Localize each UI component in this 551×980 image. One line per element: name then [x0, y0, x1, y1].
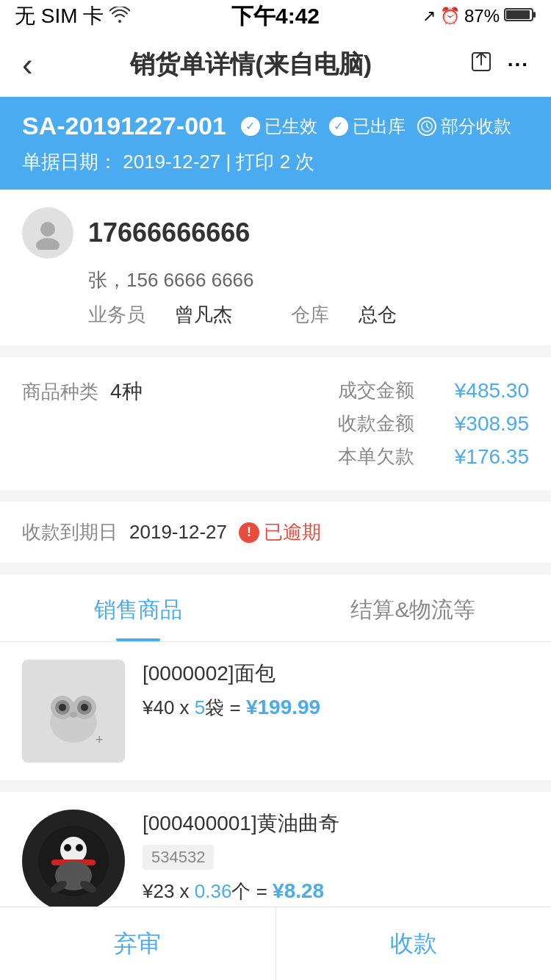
amount-label: 成交金额 [338, 378, 414, 403]
cancel-button[interactable]: 弃审 [0, 907, 276, 980]
unit-2: 个 [231, 880, 251, 902]
product-info-2: [000400001]黄油曲奇 534532 ¥23 x 0.36个 = ¥8.… [143, 810, 529, 904]
sep-1: = [224, 696, 246, 718]
product-item-1: + [0000002]面包 ¥40 x 5袋 = ¥199.99 [0, 642, 551, 780]
tab-sales-products[interactable]: 销售商品 [0, 574, 276, 641]
print-count: 2 [280, 151, 290, 173]
status-right: ↗ ⏰ 87% [422, 5, 536, 28]
svg-point-13 [81, 704, 88, 711]
product-name-2: [000400001]黄油曲奇 [143, 810, 529, 837]
badge-effected: ✓ 已生效 [241, 115, 317, 138]
salesperson-label: 业务员 [88, 302, 145, 328]
amount-row: 成交金额 ¥485.30 [338, 378, 529, 403]
badge-shipped: ✓ 已出库 [329, 115, 406, 138]
battery-icon [504, 5, 536, 28]
svg-text:+: + [96, 732, 104, 747]
bottom-bar: 弃审 收款 [0, 907, 551, 980]
header-date-row: 单据日期： 2019-12-27 | 打印 2 次 [22, 149, 529, 175]
status-bar: 无 SIM 卡 下午4:42 ↗ ⏰ 87% [0, 0, 551, 32]
date-label: 单据日期： [22, 151, 118, 173]
carrier-text: 无 SIM 卡 [15, 2, 104, 30]
print-label: | 打印 [226, 151, 274, 173]
badge-partial: 部分收款 [417, 115, 511, 138]
tabs-section: 销售商品 结算&物流等 [0, 574, 551, 642]
product-price-row-2: ¥23 x 0.36个 = ¥8.28 [143, 879, 529, 904]
svg-point-21 [76, 844, 83, 851]
svg-point-20 [64, 844, 71, 851]
sep-2: = [251, 880, 273, 902]
customer-contact: 张，156 6666 6666 [88, 267, 529, 293]
stats-left: 商品种类 4种 [22, 378, 143, 406]
alarm-icon: ⏰ [440, 7, 460, 26]
product-image-2 [22, 810, 125, 912]
svg-point-12 [59, 704, 66, 711]
check-icon-2: ✓ [329, 117, 348, 136]
total-1: ¥199.99 [246, 696, 320, 718]
status-badges: ✓ 已生效 ✓ 已出库 部分收款 [241, 115, 511, 138]
total-2: ¥8.28 [273, 879, 324, 902]
product-info-1: [0000002]面包 ¥40 x 5袋 = ¥199.99 [143, 660, 529, 721]
order-date: 2019-12-27 [123, 151, 220, 173]
svg-point-14 [70, 712, 77, 718]
product-image-1: + [22, 660, 125, 763]
overdue-text: 已逾期 [264, 519, 321, 545]
debt-value: ¥176.35 [426, 445, 529, 469]
due-label: 收款到期日 [22, 519, 118, 545]
product-name-1: [0000002]面包 [143, 660, 529, 688]
product-list: + [0000002]面包 ¥40 x 5袋 = ¥199.99 [0, 642, 551, 930]
product-price-row-1: ¥40 x 5袋 = ¥199.99 [143, 695, 529, 721]
header-top: SA-20191227-001 ✓ 已生效 ✓ 已出库 部分收款 [22, 112, 529, 140]
customer-info-row: 业务员 曾凡杰 仓库 总仓 [88, 302, 529, 328]
customer-row: 17666666666 [22, 207, 529, 259]
warehouse-label: 仓库 [291, 302, 329, 328]
svg-rect-1 [506, 10, 530, 19]
stats-section: 商品种类 4种 成交金额 ¥485.30 收款金额 ¥308.95 本单欠款 ¥… [0, 357, 551, 490]
status-carrier: 无 SIM 卡 [15, 2, 130, 30]
qty-2: 0.36 [195, 880, 232, 902]
category-label: 商品种类 [22, 379, 98, 405]
back-button[interactable]: ‹ [22, 46, 33, 83]
received-label: 收款金额 [338, 411, 414, 436]
share-icon[interactable] [469, 50, 493, 79]
received-row: 收款金额 ¥308.95 [338, 411, 529, 436]
nav-actions: ··· [469, 50, 529, 79]
check-icon-1: ✓ [241, 117, 260, 136]
more-icon[interactable]: ··· [508, 53, 529, 76]
overdue-badge: ! 已逾期 [239, 519, 321, 545]
stats-right: 成交金额 ¥485.30 收款金额 ¥308.95 本单欠款 ¥176.35 [338, 378, 529, 469]
order-id: SA-20191227-001 [22, 112, 226, 140]
salesperson-value: 曾凡杰 [175, 302, 232, 328]
product-sku-2: 534532 [143, 845, 214, 870]
qty-1: 5 [195, 696, 205, 718]
print-suffix: 次 [295, 151, 314, 173]
warehouse-value: 总仓 [359, 302, 397, 328]
wifi-icon [109, 4, 130, 28]
location-icon: ↗ [422, 7, 436, 26]
avatar [22, 207, 73, 259]
svg-point-6 [36, 238, 60, 250]
received-value: ¥308.95 [426, 412, 529, 436]
due-section: 收款到期日 2019-12-27 ! 已逾期 [0, 502, 551, 563]
overdue-icon: ! [239, 522, 259, 543]
customer-section: 17666666666 张，156 6666 6666 业务员 曾凡杰 仓库 总… [0, 190, 551, 345]
nav-bar: ‹ 销货单详情(来自电脑) ··· [0, 32, 551, 97]
svg-point-5 [40, 222, 55, 237]
page-title: 销货单详情(来自电脑) [130, 48, 372, 82]
status-time: 下午4:42 [231, 1, 320, 32]
price-text-2: ¥23 x [143, 880, 195, 902]
tab-settlement[interactable]: 结算&物流等 [276, 574, 551, 641]
svg-rect-2 [533, 12, 536, 18]
debt-row: 本单欠款 ¥176.35 [338, 444, 529, 469]
customer-name: 17666666666 [88, 217, 250, 248]
clock-icon [417, 117, 436, 136]
category-value: 4种 [110, 378, 143, 406]
header-banner: SA-20191227-001 ✓ 已生效 ✓ 已出库 部分收款 [0, 97, 551, 190]
svg-point-17 [60, 837, 87, 863]
unit-1: 袋 [205, 696, 224, 718]
confirm-button[interactable]: 收款 [276, 907, 552, 980]
amount-value: ¥485.30 [426, 379, 529, 403]
battery-percent: 87% [464, 6, 500, 26]
debt-label: 本单欠款 [338, 444, 414, 469]
due-date: 2019-12-27 [129, 521, 227, 544]
price-text-1: ¥40 x [143, 696, 195, 718]
